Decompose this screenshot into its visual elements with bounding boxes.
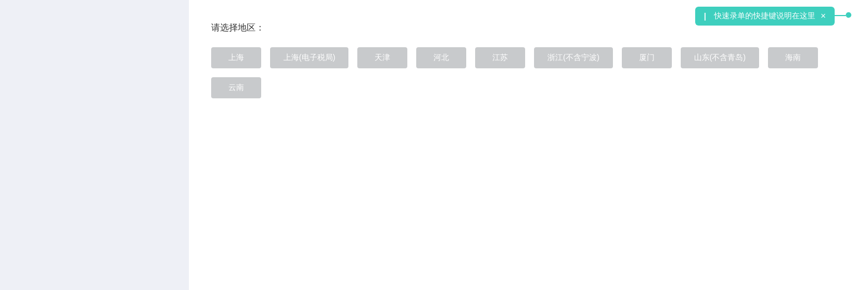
region-button-shanghai[interactable]: 上海 — [211, 47, 261, 68]
region-button-xiamen[interactable]: 厦门 — [622, 47, 672, 68]
tooltip-text: 快速录单的快捷键说明在这里 — [714, 11, 815, 21]
region-button-tianjin[interactable]: 天津 — [357, 47, 407, 68]
region-button-hainan[interactable]: 海南 — [768, 47, 818, 68]
region-button-jiangsu[interactable]: 江苏 — [475, 47, 525, 68]
tooltip-line — [835, 15, 846, 16]
tooltip-close-button[interactable]: × — [821, 11, 826, 21]
left-panel — [0, 0, 189, 290]
region-button-yunnan[interactable]: 云南 — [211, 77, 261, 98]
region-button-hebei[interactable]: 河北 — [416, 47, 466, 68]
region-button-shanghai-etax[interactable]: 上海(电子税局) — [270, 47, 348, 68]
tooltip-banner: 快速录单的快捷键说明在这里 × — [695, 7, 835, 26]
main-content: 请选择地区： 上海上海(电子税局)天津河北江苏浙江(不含宁波)厦门山东(不含青岛… — [189, 0, 868, 290]
region-button-zhejiang[interactable]: 浙江(不含宁波) — [534, 47, 612, 68]
region-buttons: 上海上海(电子税局)天津河北江苏浙江(不含宁波)厦门山东(不含青岛)海南云南 — [211, 47, 846, 98]
tooltip-dot — [846, 12, 851, 18]
region-button-shandong[interactable]: 山东(不含青岛) — [681, 47, 759, 68]
